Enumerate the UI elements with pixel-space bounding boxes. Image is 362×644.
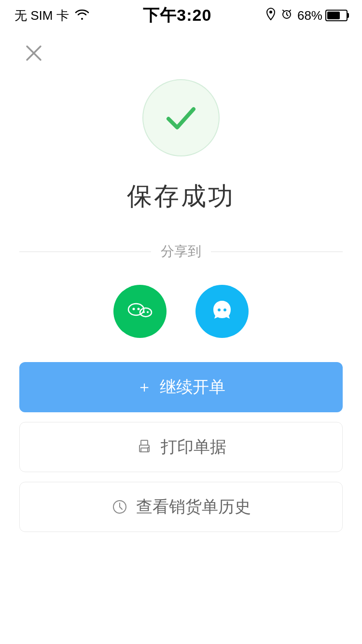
share-label: 分享到 (161, 242, 201, 261)
continue-label: 继续开单 (160, 376, 225, 398)
battery-box (325, 10, 348, 21)
share-divider: 分享到 (19, 242, 343, 261)
success-circle (142, 79, 220, 156)
share-section: 分享到 (0, 242, 362, 338)
printer-icon (136, 438, 153, 456)
wechat-share-button[interactable] (113, 285, 167, 338)
close-button[interactable] (19, 39, 48, 68)
svg-point-15 (148, 447, 149, 448)
share-icons (19, 285, 343, 338)
checkmark-icon (162, 98, 200, 137)
divider-line-left (19, 252, 151, 252)
svg-point-7 (138, 308, 140, 310)
status-time: 下午3:20 (143, 4, 211, 27)
battery-percent: 68% (297, 8, 322, 23)
svg-point-9 (147, 311, 149, 313)
print-button[interactable]: 打印单据 (19, 422, 343, 472)
status-right: 68% (265, 8, 348, 24)
svg-point-5 (140, 308, 152, 317)
carrier-label: 无 SIM 卡 (14, 7, 69, 24)
divider-line-right (211, 252, 343, 252)
svg-point-8 (143, 311, 145, 313)
status-bar: 无 SIM 卡 下午3:20 68% (0, 0, 362, 31)
wechat-icon (125, 296, 155, 327)
svg-point-11 (223, 308, 226, 311)
status-left: 无 SIM 卡 (14, 7, 89, 24)
svg-point-0 (269, 11, 272, 14)
svg-point-6 (133, 308, 135, 310)
alarm-icon (281, 8, 292, 23)
continue-button[interactable]: ＋ 继续开单 (19, 362, 343, 412)
print-label: 打印单据 (161, 436, 226, 458)
svg-point-10 (218, 308, 221, 311)
history-button[interactable]: 查看销货单历史 (19, 482, 343, 532)
battery-indicator: 68% (297, 8, 348, 23)
wifi-icon (75, 8, 89, 23)
action-buttons: ＋ 继续开单 打印单据 查看销货单历史 (0, 362, 362, 532)
success-title: 保存成功 (127, 180, 235, 213)
battery-fill (327, 12, 340, 19)
qq-icon (208, 297, 237, 326)
clock-icon (111, 498, 128, 516)
main-content: 保存成功 分享到 (0, 31, 362, 532)
qq-share-button[interactable] (195, 285, 249, 338)
svg-rect-13 (141, 440, 148, 445)
plus-icon: ＋ (137, 377, 152, 398)
history-label: 查看销货单历史 (136, 496, 251, 518)
svg-rect-14 (141, 448, 148, 452)
location-icon (265, 8, 276, 24)
